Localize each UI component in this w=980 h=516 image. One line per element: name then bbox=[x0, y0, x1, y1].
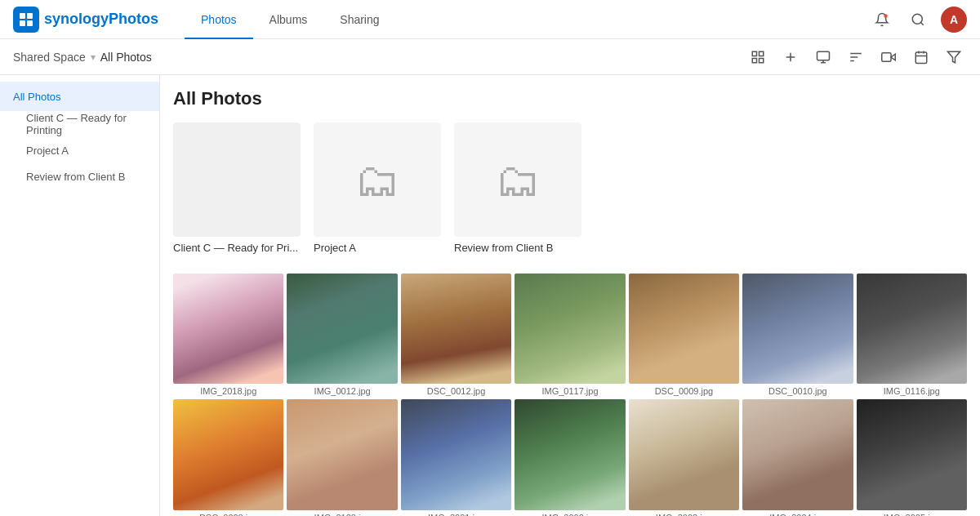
photo-item-img0128[interactable]: IMG_0128.jpg bbox=[287, 399, 397, 516]
folder-review-client-b-name: Review from Client B bbox=[454, 242, 581, 254]
photo-thumb-img2018 bbox=[173, 274, 283, 384]
svg-rect-9 bbox=[752, 58, 756, 62]
svg-marker-19 bbox=[891, 54, 895, 60]
sidebar: All Photos Client C — Ready for Printing… bbox=[0, 75, 160, 516]
photo-name-dsc0012: DSC_0012.jpg bbox=[401, 386, 511, 396]
folder-client-c-name: Client C — Ready for Pri... bbox=[173, 242, 301, 254]
add-button[interactable] bbox=[777, 44, 804, 70]
photo-name-img0117: IMG_0117.jpg bbox=[514, 386, 625, 396]
svg-rect-3 bbox=[27, 20, 33, 26]
breadcrumb-root[interactable]: Shared Space bbox=[13, 51, 86, 64]
folder-icon-2: 🗂 bbox=[495, 153, 541, 207]
sidebar-item-review-client-b[interactable]: Review from Client B bbox=[0, 163, 159, 189]
photo-name-dsc0009: DSC_0009.jpg bbox=[629, 386, 739, 396]
filter-button[interactable] bbox=[941, 44, 967, 70]
logo-icon bbox=[13, 7, 39, 33]
breadcrumb-separator: ▾ bbox=[91, 51, 96, 63]
sidebar-item-project-a[interactable]: Project A bbox=[0, 137, 159, 163]
logo-photos: Photos bbox=[109, 11, 158, 27]
photo-item-img3001[interactable]: IMG_3001.jpg bbox=[401, 399, 511, 516]
search-icon[interactable] bbox=[905, 7, 931, 33]
photo-item-dsc0012[interactable]: DSC_0012.jpg bbox=[401, 274, 511, 396]
sidebar-item-client-c[interactable]: Client C — Ready for Printing bbox=[0, 111, 159, 137]
photo-thumb-img3003 bbox=[629, 399, 739, 509]
folder-review-client-b-icon-wrap: 🗂 bbox=[454, 122, 581, 237]
photo-thumb-img3002 bbox=[514, 399, 625, 509]
photo-thumb-img3001 bbox=[401, 399, 511, 509]
topbar-actions: A bbox=[869, 7, 967, 33]
folder-client-c[interactable]: Client C — Ready for Pri... bbox=[173, 122, 301, 254]
photo-name-img3005: IMG_3005.jpg bbox=[857, 513, 967, 516]
folder-project-a-icon-wrap: 🗂 bbox=[314, 122, 441, 237]
slideshow-button[interactable] bbox=[810, 44, 836, 70]
photo-thumb-dsc0010 bbox=[742, 274, 853, 384]
photo-name-img0116: IMG_0116.jpg bbox=[857, 386, 967, 396]
photo-thumb-img0117 bbox=[514, 274, 625, 384]
main-layout: All Photos Client C — Ready for Printing… bbox=[0, 75, 980, 516]
photo-item-img0116[interactable]: IMG_0116.jpg bbox=[857, 274, 967, 396]
breadcrumb-current: All Photos bbox=[100, 51, 152, 64]
video-button[interactable] bbox=[875, 44, 902, 70]
section-title: All Photos bbox=[173, 88, 967, 109]
breadcrumb: Shared Space ▾ All Photos bbox=[13, 51, 152, 64]
svg-rect-1 bbox=[27, 13, 33, 19]
sort-button[interactable] bbox=[843, 44, 869, 70]
svg-rect-13 bbox=[817, 51, 830, 60]
tab-sharing[interactable]: Sharing bbox=[323, 0, 395, 39]
sidebar-item-all-photos[interactable]: All Photos bbox=[0, 82, 159, 111]
folder-icon: 🗂 bbox=[354, 153, 400, 207]
svg-rect-0 bbox=[20, 13, 25, 19]
photo-name-img3001: IMG_3001.jpg bbox=[401, 513, 511, 516]
photo-item-img0117[interactable]: IMG_0117.jpg bbox=[514, 274, 625, 396]
subheader: Shared Space ▾ All Photos bbox=[0, 39, 980, 75]
folder-project-a-name: Project A bbox=[314, 242, 441, 254]
logo-synology: synology bbox=[44, 11, 109, 27]
photo-name-img0012: IMG_0012.jpg bbox=[287, 386, 397, 396]
photo-name-img2018: IMG_2018.jpg bbox=[173, 386, 283, 396]
folder-row: Client C — Ready for Pri... 🗂 Project A … bbox=[173, 122, 967, 254]
photo-item-img0012[interactable]: IMG_0012.jpg bbox=[287, 274, 397, 396]
photo-item-img2018[interactable]: IMG_2018.jpg bbox=[173, 274, 283, 396]
notification-icon[interactable] bbox=[869, 7, 895, 33]
photo-item-dsc0010[interactable]: DSC_0010.jpg bbox=[742, 274, 853, 396]
photo-grid-row1: IMG_2018.jpg IMG_0012.jpg DSC_0012.jpg I… bbox=[173, 274, 967, 396]
svg-marker-25 bbox=[948, 51, 960, 63]
photo-item-dsc0008[interactable]: DSC_0008.jpg bbox=[173, 399, 283, 516]
photo-item-img3005[interactable]: IMG_3005.jpg bbox=[857, 399, 967, 516]
photo-thumb-dsc0008 bbox=[173, 399, 283, 509]
calendar-button[interactable] bbox=[908, 44, 934, 70]
view-grid-button[interactable] bbox=[745, 44, 771, 70]
photo-thumb-img0128 bbox=[287, 399, 397, 509]
photo-item-img3003[interactable]: IMG_3003.jpg bbox=[629, 399, 739, 516]
content-area: All Photos Client C — Ready for Pri... 🗂 bbox=[160, 75, 980, 516]
photo-name-img3003: IMG_3003.jpg bbox=[629, 513, 739, 516]
photo-item-img3004[interactable]: IMG_3004.jpg bbox=[742, 399, 853, 516]
photo-thumb-img3005 bbox=[857, 399, 967, 509]
avatar[interactable]: A bbox=[941, 7, 967, 33]
tab-photos[interactable]: Photos bbox=[185, 0, 253, 39]
nav-tabs: Photos Albums Sharing bbox=[185, 0, 396, 39]
folder-client-c-thumb bbox=[173, 122, 301, 237]
tab-albums[interactable]: Albums bbox=[253, 0, 324, 39]
svg-rect-10 bbox=[760, 58, 764, 62]
svg-point-5 bbox=[912, 14, 922, 24]
photo-name-img0128: IMG_0128.jpg bbox=[287, 513, 397, 516]
svg-rect-7 bbox=[752, 51, 756, 56]
photo-name-img3002: IMG_3002.jpg bbox=[514, 513, 625, 516]
subheader-actions bbox=[745, 44, 967, 70]
photo-thumb-img0116 bbox=[857, 274, 967, 384]
logo[interactable]: synologyPhotos bbox=[13, 7, 158, 33]
photo-name-dsc0010: DSC_0010.jpg bbox=[742, 386, 853, 396]
photo-item-img3002[interactable]: IMG_3002.jpg bbox=[514, 399, 625, 516]
svg-point-4 bbox=[884, 14, 888, 18]
photo-thumb-dsc0009 bbox=[629, 274, 739, 384]
svg-rect-21 bbox=[915, 52, 927, 64]
photo-item-dsc0009[interactable]: DSC_0009.jpg bbox=[629, 274, 739, 396]
folder-review-client-b-thumb: 🗂 bbox=[454, 122, 581, 237]
folder-review-client-b[interactable]: 🗂 Review from Client B bbox=[454, 122, 581, 254]
svg-rect-20 bbox=[882, 52, 891, 61]
photo-thumb-img3004 bbox=[742, 399, 853, 509]
photo-thumb-img0012 bbox=[287, 274, 397, 384]
folder-project-a[interactable]: 🗂 Project A bbox=[314, 122, 441, 254]
folder-project-a-thumb: 🗂 bbox=[314, 122, 441, 237]
